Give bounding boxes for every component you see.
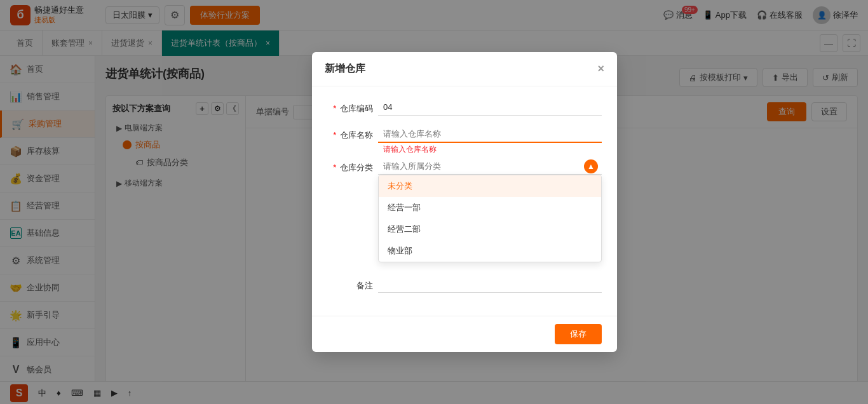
save-button[interactable]: 保存 [555, 324, 602, 344]
category-input[interactable] [378, 158, 602, 175]
name-input[interactable] [378, 126, 602, 143]
new-warehouse-modal: 新增仓库 × * 仓库编码 * 仓库名称 请输入仓库名称 * [312, 52, 617, 352]
code-label: * 仓库编码 [327, 99, 378, 114]
category-label: * 仓库分类 [327, 158, 378, 173]
notes-input[interactable] [378, 276, 602, 293]
code-input[interactable] [378, 99, 602, 116]
notes-field-row: 备注 [327, 276, 602, 293]
dropdown-option-unclassified[interactable]: 未分类 [379, 175, 601, 197]
name-field-row: * 仓库名称 请输入仓库名称 [327, 126, 602, 143]
modal-close-button[interactable]: × [597, 62, 604, 76]
dropdown-option-dept2[interactable]: 经营二部 [379, 219, 601, 240]
modal-footer: 保存 [312, 316, 617, 352]
name-label: * 仓库名称 [327, 126, 378, 141]
category-select-wrapper: ▲ 未分类 经营一部 经营二部 物业部 [378, 158, 602, 175]
notes-label: 备注 [327, 276, 378, 292]
modal-body: * 仓库编码 * 仓库名称 请输入仓库名称 * 仓库分类 ▲ [312, 86, 617, 316]
dropdown-option-dept1[interactable]: 经营一部 [379, 197, 601, 219]
category-field-row: * 仓库分类 ▲ 未分类 经营一部 经营二部 物业部 [327, 158, 602, 175]
modal-title: 新增仓库 [325, 62, 365, 76]
dropdown-option-dept3[interactable]: 物业部 [379, 240, 601, 262]
category-dropdown-toggle[interactable]: ▲ [584, 159, 598, 173]
modal-header: 新增仓库 × [312, 52, 617, 86]
code-field-row: * 仓库编码 [327, 99, 602, 116]
name-error-message: 请输入仓库名称 [383, 144, 437, 155]
category-dropdown: 未分类 经营一部 经营二部 物业部 [378, 175, 602, 262]
